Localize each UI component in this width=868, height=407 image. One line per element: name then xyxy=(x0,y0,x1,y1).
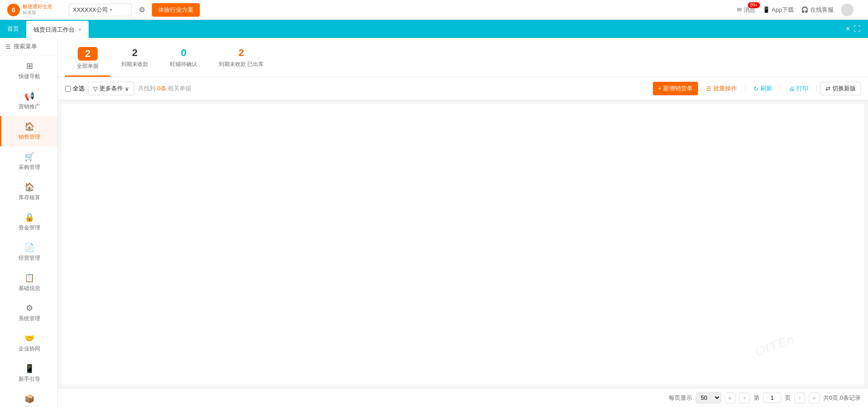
new-sale-button[interactable]: + 新增销货单 xyxy=(653,82,698,95)
filter-icon: ▽ xyxy=(93,85,98,92)
basic-info-icon: 📋 xyxy=(24,273,34,283)
toolbar-divider-2 xyxy=(780,85,781,92)
operations-icon: 📄 xyxy=(24,243,34,253)
app-label: App下载 xyxy=(772,6,794,14)
toolbar-divider-3 xyxy=(816,85,817,92)
message-button[interactable]: ✉ 消息 99+ xyxy=(737,6,755,14)
online-label: 在线客服 xyxy=(810,6,834,14)
stat-num-overdue: 2 xyxy=(132,47,137,59)
batch-button[interactable]: ☰ 批量操作 xyxy=(702,82,741,95)
switch-version-button[interactable]: ⇄ 切换新版 xyxy=(821,82,861,95)
tab-close-icon[interactable]: × xyxy=(78,27,81,33)
switch-label: 切换新版 xyxy=(832,84,856,93)
avatar[interactable] xyxy=(841,4,854,16)
page-size-label: 每页显示 xyxy=(669,394,692,402)
stat-tab-pending[interactable]: 0 旺铺待确认 xyxy=(159,43,208,77)
print-icon: 🖨 xyxy=(789,85,795,92)
search-icon: ☰ xyxy=(5,43,11,50)
stat-tab-all[interactable]: 2 全部单据 xyxy=(65,43,110,77)
trial-button[interactable]: 体验行业方案 xyxy=(152,3,200,17)
select-all-checkbox[interactable]: 全选 xyxy=(65,84,85,93)
sidebar-item-enterprise[interactable]: 🤝 企业协同 xyxy=(0,328,57,358)
refresh-button[interactable]: ↻ 刷新 xyxy=(749,82,777,95)
stat-label-all: 全部单据 xyxy=(77,62,99,70)
refresh-label: 刷新 xyxy=(760,84,772,93)
search-label: 搜索菜单 xyxy=(14,42,37,51)
page-input[interactable] xyxy=(763,393,781,403)
next-page-icon: › xyxy=(799,395,801,401)
newbie-icon: 📱 xyxy=(24,364,34,374)
stat-tab-overdue-shipped[interactable]: 2 到期未收款 已出库 xyxy=(208,43,274,77)
toolbar-right: + 新增销货单 ☰ 批量操作 ↻ 刷新 🖨 打印 ⇄ 切换 xyxy=(653,82,861,95)
message-badge: 99+ xyxy=(748,2,760,8)
inventory-icon: 🏠 xyxy=(24,182,34,192)
sidebar-search[interactable]: ☰ 搜索菜单 xyxy=(0,38,57,56)
logo-text-area: 畅捷通好生意 标准版 xyxy=(23,4,52,16)
tab-active-label: 钱货日清工作台 xyxy=(33,26,75,34)
result-text: 共找到 0条 相关单据 xyxy=(138,84,191,93)
tab-home[interactable]: 首页 xyxy=(0,20,26,38)
content-area: 2 全部单据 2 到期未收款 0 旺铺待确认 2 到期未收款 已出库 全选 xyxy=(58,38,868,407)
quick-nav-icon: ⊞ xyxy=(26,61,33,71)
filter-button[interactable]: ▽ 更多条件 ∨ xyxy=(88,82,134,95)
stat-num-overdue-shipped: 2 xyxy=(239,47,244,59)
online-service-button[interactable]: 🎧 在线客服 xyxy=(801,6,834,14)
window-expand-icon[interactable]: ⛶ xyxy=(854,25,861,33)
prev-page-icon: ‹ xyxy=(744,395,745,401)
result-count: 0条 xyxy=(157,85,166,92)
sidebar-item-finance[interactable]: 🔒 资金管理 xyxy=(0,207,57,237)
app-icon: 📱 xyxy=(763,6,770,13)
headset-icon: 🎧 xyxy=(801,6,808,13)
next-page-button[interactable]: › xyxy=(794,393,805,403)
chevron-down-icon: ▾ xyxy=(110,7,112,12)
last-page-button[interactable]: » xyxy=(809,393,820,403)
sidebar-item-system[interactable]: ⚙ 系统管理 xyxy=(0,298,57,328)
table-area xyxy=(61,104,864,384)
sidebar-label-basic-info: 基础信息 xyxy=(19,285,40,292)
sidebar-label-newbie: 新手引导 xyxy=(19,375,40,383)
logo-icon: 6 xyxy=(7,4,20,16)
sidebar-label-system: 系统管理 xyxy=(19,315,40,323)
select-all-input[interactable] xyxy=(65,86,71,92)
company-selector[interactable]: XXXXXX公司 ▾ xyxy=(69,4,132,16)
sidebar-item-basic-info[interactable]: 📋 基础信息 xyxy=(0,267,57,298)
first-page-icon: « xyxy=(729,395,732,401)
sidebar-item-operations[interactable]: 📄 经营管理 xyxy=(0,237,57,267)
total-label: 共0页,0条记录 xyxy=(823,394,861,402)
sidebar-label-sales: 销售管理 xyxy=(19,133,40,141)
sidebar-item-sales[interactable]: 🏠 销售管理 xyxy=(0,116,57,146)
window-close-icon[interactable]: × xyxy=(846,25,850,33)
page-size-select[interactable]: 50 10 20 100 xyxy=(696,392,721,403)
prev-page-button[interactable]: ‹ xyxy=(739,393,750,403)
tab-bar: 首页 钱货日清工作台 × × ⛶ xyxy=(0,20,868,38)
switch-icon: ⇄ xyxy=(826,85,830,92)
toolbar-left: 全选 ▽ 更多条件 ∨ 共找到 0条 相关单据 xyxy=(65,82,191,95)
app-download-button[interactable]: 📱 App下载 xyxy=(763,6,794,14)
batch-label: 批量操作 xyxy=(713,84,737,93)
sidebar-item-newbie[interactable]: 📱 新手引导 xyxy=(0,358,57,388)
page-label: 页 xyxy=(785,394,791,402)
sidebar-item-purchase[interactable]: 🛒 采购管理 xyxy=(0,146,57,177)
sidebar-label-marketing: 营销推广 xyxy=(19,103,40,111)
sidebar-item-app-center[interactable]: 📦 应用中心 xyxy=(0,388,57,407)
finance-icon: 🔒 xyxy=(24,212,34,222)
tab-home-label: 首页 xyxy=(7,25,19,33)
tab-bar-actions: × ⛶ xyxy=(846,25,868,33)
sidebar-label-operations: 经营管理 xyxy=(19,254,40,262)
sidebar-item-inventory[interactable]: 🏠 库存核算 xyxy=(0,177,57,207)
tab-active[interactable]: 钱货日清工作台 × xyxy=(26,21,89,39)
filter-label: 更多条件 xyxy=(99,84,123,93)
settings-button[interactable]: ⚙ xyxy=(136,4,148,16)
stat-label-overdue: 到期未收款 xyxy=(121,61,148,68)
toolbar-divider-1 xyxy=(745,85,745,92)
first-page-button[interactable]: « xyxy=(725,393,736,403)
sidebar-item-quick-nav[interactable]: ⊞ 快捷导航 xyxy=(0,56,57,86)
print-button[interactable]: 🖨 打印 xyxy=(784,82,813,95)
sidebar-item-marketing[interactable]: 📢 营销推广 xyxy=(0,86,57,116)
stat-label-pending: 旺铺待确认 xyxy=(170,61,197,68)
stat-tab-overdue[interactable]: 2 到期未收款 xyxy=(110,43,159,77)
stats-tabs: 2 全部单据 2 到期未收款 0 旺铺待确认 2 到期未收款 已出库 xyxy=(58,38,868,77)
stat-num-pending: 0 xyxy=(181,47,186,59)
main-layout: ☰ 搜索菜单 ⊞ 快捷导航 📢 营销推广 🏠 销售管理 🛒 采购管理 🏠 库存核… xyxy=(0,38,868,407)
result-prefix: 共找到 xyxy=(138,85,156,92)
